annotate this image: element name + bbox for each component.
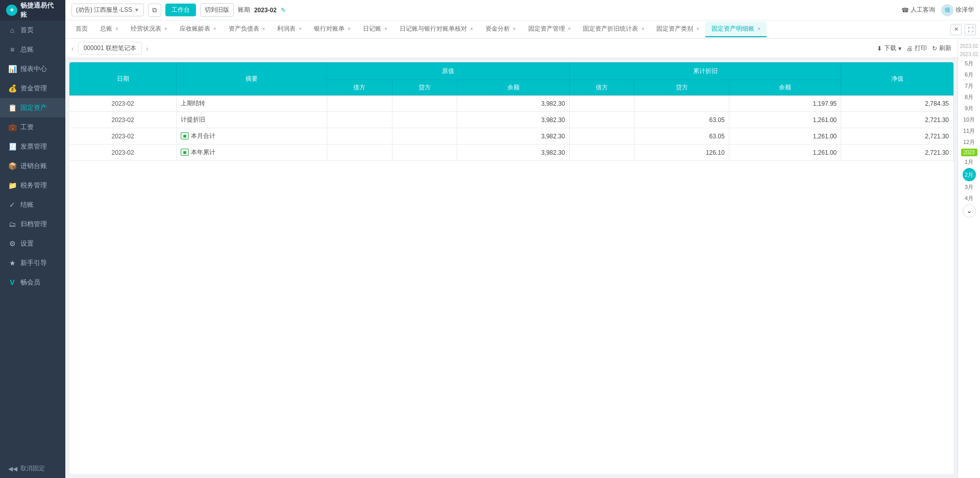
- tab-balance-close[interactable]: ×: [262, 26, 265, 32]
- sidebar-item-reports[interactable]: 📊 报表中心: [0, 59, 65, 79]
- period-value: 2023-02: [254, 7, 277, 14]
- period-edit-icon[interactable]: ✎: [281, 7, 286, 14]
- timeline-month-9[interactable]: 9月: [961, 103, 977, 114]
- tab-fixdetail-close[interactable]: ×: [757, 26, 761, 32]
- tab-fixmgr[interactable]: 固定资产管理 ×: [522, 21, 577, 37]
- tab-home[interactable]: 首页: [69, 21, 94, 37]
- tab-balance[interactable]: 资产负债表 ×: [223, 21, 272, 37]
- print-btn[interactable]: 🖨 打印: [906, 44, 927, 53]
- cell-lj-b-2: 1,261.00: [729, 112, 841, 128]
- copy-btn[interactable]: ⧉: [148, 4, 161, 17]
- timeline-scroll-down[interactable]: ⌄: [963, 204, 976, 218]
- settings-icon: ⚙: [8, 240, 16, 248]
- cell-yz-d-3: [327, 128, 393, 145]
- tab-receivable-close[interactable]: ×: [213, 26, 216, 32]
- year-2023-badge: 2023: [961, 149, 977, 156]
- cell-lj-b-1: 1,197.95: [729, 95, 841, 112]
- tab-fixcat[interactable]: 固定资产类别 ×: [650, 21, 705, 37]
- tab-profit[interactable]: 利润表 ×: [271, 21, 308, 37]
- sidebar-item-member[interactable]: V 畅会员: [0, 273, 65, 292]
- sidebar-unpin-btn[interactable]: ◀◀ 取消固定: [0, 459, 65, 478]
- sidebar-item-settle[interactable]: ✓ 结账: [0, 195, 65, 214]
- subnav: ‹ 000001 联想笔记本 › ⬇ 下载 ▾ 🖨 打印: [65, 39, 958, 58]
- tab-close-all-btn[interactable]: ✕: [950, 24, 962, 35]
- tab-expand-btn[interactable]: ⛶: [965, 24, 976, 35]
- timeline-month-11[interactable]: 11月: [961, 126, 977, 136]
- logo-icon: ✦: [6, 5, 17, 16]
- tab-fixcat-close[interactable]: ×: [696, 26, 699, 32]
- tab-bankcheck[interactable]: 日记账与银行对账单核对 ×: [394, 21, 479, 37]
- workbench-button[interactable]: 工作台: [165, 4, 196, 16]
- tab-bank[interactable]: 银行对账单 ×: [308, 21, 357, 37]
- sidebar-item-fixed[interactable]: 📋 固定资产: [0, 98, 65, 117]
- table-row: 2023-02 计提折旧 3,982.30 63.05 1,261.00 2,7…: [70, 112, 953, 128]
- cell-yz-c-3: [392, 128, 457, 145]
- timeline-month-10[interactable]: 10月: [961, 114, 977, 125]
- tab-operation-close[interactable]: ×: [164, 26, 167, 32]
- th-lj: 累计折旧: [569, 63, 841, 80]
- download-btn[interactable]: ⬇ 下载 ▾: [877, 44, 901, 53]
- sidebar-item-home[interactable]: ⌂ 首页: [0, 20, 65, 40]
- tab-ledger-close[interactable]: ×: [115, 26, 118, 32]
- sidebar-item-label: 畅会员: [20, 278, 40, 287]
- tab-profit-close[interactable]: ×: [299, 26, 302, 32]
- salary-icon: 💼: [8, 123, 16, 131]
- timeline-2023-section: 2023 1月 2月 3月 4月 ⌄: [958, 149, 980, 218]
- tab-journal[interactable]: 日记账 ×: [357, 21, 394, 37]
- timeline-month-4[interactable]: 4月: [961, 193, 977, 204]
- cell-yz-d-4: [327, 145, 393, 161]
- service-btn[interactable]: ☎ 人工客询: [901, 6, 935, 14]
- sidebar-item-archive[interactable]: 🗂 归档管理: [0, 214, 65, 234]
- year-2022-header: 2023.02: [960, 43, 978, 49]
- switch-version-button[interactable]: 切到旧版: [200, 3, 234, 17]
- sidebar-item-label: 总账: [20, 45, 34, 54]
- tab-journal-close[interactable]: ×: [384, 26, 387, 32]
- th-desc: 摘要: [176, 63, 327, 95]
- tab-operation[interactable]: 经营状况表 ×: [125, 21, 174, 37]
- timeline-month-1[interactable]: 1月: [961, 157, 977, 168]
- subnav-forward-arrow[interactable]: ›: [146, 44, 149, 53]
- timeline-month-7[interactable]: 7月: [961, 81, 977, 91]
- sidebar-item-invoice[interactable]: 🧾 发票管理: [0, 137, 65, 156]
- refresh-icon: ↻: [932, 45, 937, 52]
- tab-fixdep[interactable]: 固定资产折旧统计表 ×: [577, 21, 650, 37]
- user-avatar-btn[interactable]: 徐 徐泽华: [941, 4, 974, 16]
- timeline-month-12[interactable]: 12月: [961, 137, 977, 148]
- timeline-month-8[interactable]: 8月: [961, 92, 977, 103]
- subnav-actions: ⬇ 下载 ▾ 🖨 打印 ↻ 刷新: [877, 44, 951, 53]
- tab-ledger[interactable]: 总账 ×: [94, 21, 125, 37]
- sidebar-item-ledger[interactable]: ≡ 总账: [0, 40, 65, 59]
- timeline-month-3[interactable]: 3月: [961, 182, 977, 193]
- subnav-back-arrow[interactable]: ‹: [71, 44, 74, 53]
- tab-fixdetail[interactable]: 固定资产明细账 ×: [705, 21, 767, 37]
- tab-funds[interactable]: 资金分析 ×: [479, 21, 522, 37]
- tab-receivable[interactable]: 应收账龄表 ×: [174, 21, 223, 37]
- sidebar-item-settings[interactable]: ⚙ 设置: [0, 234, 65, 253]
- print-label: 打印: [915, 44, 927, 53]
- unpin-icon: ◀◀: [8, 465, 17, 472]
- cell-desc-2: 计提折旧: [176, 112, 327, 128]
- fixed-asset-detail-table: 日期 摘要 原值 累计折旧 净值 借方 贷方 余额 借方 贷方 余额: [69, 62, 953, 161]
- timeline-month-5[interactable]: 5月: [961, 58, 977, 69]
- sidebar-item-purchase[interactable]: 📦 进销台账: [0, 156, 65, 176]
- tab-fixdep-close[interactable]: ×: [641, 26, 644, 32]
- tab-funds-close[interactable]: ×: [513, 26, 516, 32]
- member-icon: V: [8, 278, 16, 286]
- sidebar-item-label: 新手引导: [20, 258, 47, 268]
- company-name: (劝告) 江西服垦-LSS: [76, 6, 132, 14]
- download-label: 下载: [884, 44, 896, 53]
- company-selector[interactable]: (劝告) 江西服垦-LSS ▼: [71, 4, 144, 16]
- timeline-month-6[interactable]: 6月: [961, 69, 977, 80]
- tab-fixmgr-close[interactable]: ×: [568, 26, 571, 32]
- refresh-btn[interactable]: ↻ 刷新: [932, 44, 951, 53]
- sidebar-item-tax[interactable]: 📁 税务管理: [0, 176, 65, 195]
- sidebar-item-guide[interactable]: ★ 新手引导: [0, 253, 65, 273]
- sidebar-item-salary[interactable]: 💼 工资: [0, 117, 65, 137]
- cell-desc-4: ■本年累计: [176, 145, 327, 161]
- tab-funds-label: 资金分析: [485, 25, 510, 33]
- tab-bankcheck-close[interactable]: ×: [470, 26, 473, 32]
- tab-bank-close[interactable]: ×: [348, 26, 351, 32]
- timeline-month-2[interactable]: 2月: [963, 168, 976, 181]
- sidebar-item-funds[interactable]: 💰 资金管理: [0, 79, 65, 98]
- cell-lj-d-1: [569, 95, 634, 112]
